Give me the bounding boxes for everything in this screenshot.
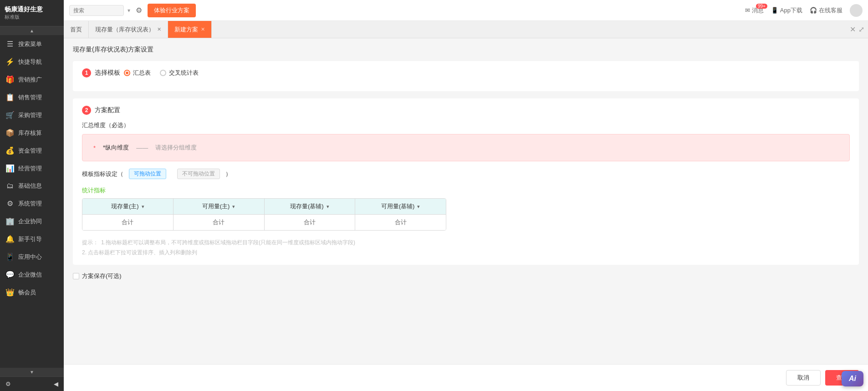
tab-inventory-status[interactable]: 现存量（库存状况表） ✕ [89,21,168,38]
radio-summary[interactable]: 汇总表 [124,69,151,77]
sidebar-label-marketing: 营销推广 [18,76,42,84]
step2-num: 2 [82,106,91,115]
tab-close-all-icon[interactable]: ✕ [850,25,856,34]
online-service-button[interactable]: 🎧 在线客服 [810,6,842,15]
trial-industry-button[interactable]: 体验行业方案 [148,4,196,17]
sidebar-item-new-guide[interactable]: 🔔新手引导 [0,230,64,248]
sidebar-icon-sales-mgmt: 📋 [5,93,15,102]
tab-inventory-label: 现存量（库存状况表） [95,26,154,34]
stats-header-arrow-1[interactable]: ▾ [232,204,235,210]
sidebar-label-inventory: 库存核算 [18,129,42,137]
sidebar-label-finance: 资金管理 [18,147,42,155]
step2-header: 2 方案配置 [82,106,850,115]
phone-icon: 📱 [771,7,778,14]
sidebar-icon-search-menu: ☰ [5,40,15,48]
settings-icon[interactable]: ⚙ [5,381,11,387]
sidebar-item-business-mgmt[interactable]: 📊经营管理 [0,159,64,177]
topbar-dropdown-icon[interactable]: ▾ [128,7,130,14]
sidebar-item-enterprise-wechat[interactable]: 💬企业微信 [0,266,64,283]
sidebar-icon-finance: 💰 [5,146,15,155]
sidebar-item-inventory[interactable]: 📦库存核算 [0,124,64,142]
stats-header-label-1: 可用量(主) [202,202,230,211]
stats-table-header: 现存量(主)▾可用量(主)▾现存量(基辅)▾可用量(基辅)▾ [82,199,446,214]
avatar[interactable] [850,4,863,17]
stats-body-col-3: 合计 [355,214,446,230]
tab-new-scheme-label: 新建方案 [174,26,198,34]
sidebar-item-basic-info[interactable]: 🗂基础信息 [0,177,64,195]
ai-float-button[interactable]: Ai [842,371,863,386]
template-radio-group: 汇总表 交叉统计表 [124,69,199,77]
topbar-search-input[interactable] [69,5,124,16]
dimension-dash: —— [136,144,148,151]
tabs-bar: 首页 现存量（库存状况表） ✕ 新建方案 ✕ ✕ ⤢ [64,21,868,38]
stats-header-arrow-0[interactable]: ▾ [142,204,144,210]
tips-item-1: 1.拖动标题栏可以调整布局，不可跨维度或指标区域拖动栏目字段(只能在同一维度或指… [101,238,355,248]
sidebar-item-sales-mgmt[interactable]: 📋销售管理 [0,88,64,106]
sidebar: 畅康通好生意 标准版 ▲ ☰搜索菜单⚡快捷导航🎁营销推广📋销售管理🛒采购管理📦库… [0,0,64,391]
app-subtitle: 标准版 [5,14,59,21]
headset-icon: 🎧 [810,7,817,14]
sidebar-item-quick-nav[interactable]: ⚡快捷导航 [0,53,64,71]
step2-section: 2 方案配置 汇总维度（必选） * *纵向维度 —— 请选择分组维度 模板指标设… [73,98,859,265]
sidebar-icon-purchase-mgmt: 🛒 [5,111,15,119]
stats-header-col-1[interactable]: 可用量(主)▾ [174,199,265,214]
sidebar-label-business-mgmt: 经营管理 [18,165,42,173]
stats-header-arrow-2[interactable]: ▾ [327,204,329,210]
main-panel: ▾ ⚙ 体验行业方案 ✉ 消息 99+ 📱 App下载 🎧 在线客服 首页 [64,0,868,391]
sidebar-icon-member: 👑 [5,288,15,297]
sidebar-item-purchase-mgmt[interactable]: 🛒采购管理 [0,106,64,124]
sidebar-icon-enterprise: 🏢 [5,217,15,226]
template-indicator: 模板指标设定（ 可拖动位置 不可拖动位置 ） [82,169,850,179]
tab-home-label: 首页 [70,26,82,34]
sidebar-item-finance[interactable]: 💰资金管理 [0,142,64,159]
save-checkbox[interactable] [73,273,79,279]
sidebar-scroll-down[interactable]: ▼ [0,368,64,376]
collapse-icon[interactable]: ◀ [54,381,58,387]
sidebar-icon-system-mgmt: ⚙ [5,199,15,208]
sidebar-item-marketing[interactable]: 🎁营销推广 [0,71,64,88]
sidebar-item-app-center[interactable]: 📱应用中心 [0,248,64,266]
tab-new-scheme[interactable]: 新建方案 ✕ [168,21,212,38]
dimension-box: * *纵向维度 —— 请选择分组维度 [82,134,850,161]
sidebar-icon-business-mgmt: 📊 [5,164,15,173]
summary-dimension-label: 汇总维度（必选） [82,121,850,129]
tab-expand-icon[interactable]: ⤢ [858,25,864,34]
sidebar-icon-inventory: 📦 [5,129,15,137]
dimension-placeholder[interactable]: 请选择分组维度 [155,144,197,152]
stats-header-col-0[interactable]: 现存量(主)▾ [82,199,174,214]
sidebar-label-search-menu: 搜索菜单 [18,40,42,48]
tab-new-scheme-close-icon[interactable]: ✕ [201,26,205,32]
stats-header-col-3[interactable]: 可用量(基辅)▾ [355,199,446,214]
radio-summary-label: 汇总表 [133,69,151,77]
radio-crosstab[interactable]: 交叉统计表 [160,69,199,77]
sidebar-icon-enterprise-wechat: 💬 [5,270,15,279]
sidebar-item-enterprise[interactable]: 🏢企业协同 [0,212,64,230]
sidebar-item-system-mgmt[interactable]: ⚙系统管理 [0,195,64,212]
sidebar-footer: ⚙ ◀ [0,376,64,391]
stats-header-arrow-3[interactable]: ▾ [417,204,420,210]
sidebar-icon-quick-nav: ⚡ [5,57,15,66]
sidebar-icon-marketing: 🎁 [5,75,15,84]
app-download-label: App下载 [780,6,802,15]
step1-num: 1 [82,68,91,77]
cancel-button[interactable]: 取消 [786,370,821,386]
sidebar-label-enterprise: 企业协同 [18,217,42,226]
messages-badge: 99+ [756,4,767,9]
sidebar-label-app-center: 应用中心 [18,253,42,261]
stats-header-col-2[interactable]: 现存量(基辅)▾ [265,199,356,214]
sidebar-icon-new-guide: 🔔 [5,235,15,243]
tips-section: 提示： 1.拖动标题栏可以调整布局，不可跨维度或指标区域拖动栏目字段(只能在同一… [82,238,850,257]
app-download-button[interactable]: 📱 App下载 [771,6,802,15]
tips-item2-line: 2. 点击标题栏下拉可设置排序、插入列和删除列 [82,248,850,258]
tab-inventory-close-icon[interactable]: ✕ [157,26,161,32]
sidebar-scroll-up[interactable]: ▲ [0,26,64,35]
sidebar-item-member[interactable]: 👑畅会员 [0,283,64,301]
sidebar-item-search-menu[interactable]: ☰搜索菜单 [0,35,64,53]
topbar-gear-icon[interactable]: ⚙ [136,6,142,15]
topbar: ▾ ⚙ 体验行业方案 ✉ 消息 99+ 📱 App下载 🎧 在线客服 [64,0,868,21]
save-option[interactable]: 方案保存(可选) [73,272,859,280]
sidebar-label-system-mgmt: 系统管理 [18,200,42,208]
tab-home[interactable]: 首页 [64,21,89,38]
stats-header-label-0: 现存量(主) [111,202,139,211]
messages-button[interactable]: ✉ 消息 99+ [745,6,764,15]
